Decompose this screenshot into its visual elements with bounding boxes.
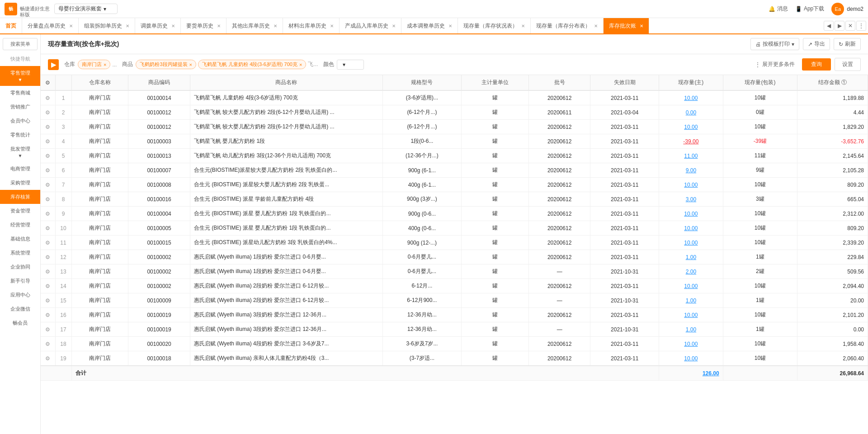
tab-6[interactable]: 材料出库单历史 ✕ [283,18,340,34]
td-settings[interactable]: ⚙ [41,178,55,192]
td-stock-main[interactable]: 3.00 [659,192,723,207]
tab-10[interactable]: 现存量（库存分布表） ✕ [531,18,604,34]
sidebar-item-retail-mgmt[interactable]: 零售管理 ▼ [0,66,40,86]
close-icon[interactable]: ✕ [448,24,452,28]
tab-3[interactable]: 调拨单历史 ✕ [135,18,181,34]
td-settings[interactable]: ⚙ [41,192,55,207]
td-stock-main[interactable]: -39.00 [659,134,723,149]
tab-9[interactable]: 现存量（库存状况表） ✕ [458,18,531,34]
sidebar-item-finance[interactable]: 资金管理 [0,204,40,218]
tab-5[interactable]: 其他出库单历史 ✕ [226,18,283,34]
sidebar-item-apps[interactable]: 应用中心 [0,288,40,302]
filter-toggle-button[interactable]: ▶ [48,59,59,70]
close-icon[interactable]: ✕ [330,24,334,28]
warehouse-tag[interactable]: 南岸门店 × [78,60,110,69]
td-stock-main[interactable]: 10.00 [659,178,723,192]
sidebar-item-retail-mall[interactable]: 零售商城 [0,86,40,100]
nav-menu-arrow[interactable]: ⋮ [856,21,866,31]
sidebar-item-operations[interactable]: 经营管理 [0,218,40,232]
remove-product-tag-1[interactable]: × [299,62,302,67]
td-settings[interactable]: ⚙ [41,90,55,105]
sidebar-item-member[interactable]: 会员中心 [0,114,40,128]
sidebar-item-member2[interactable]: 畅会员 [0,316,40,330]
th-settings[interactable]: ⚙ [41,75,55,90]
td-settings[interactable]: ⚙ [41,163,55,178]
expand-conditions-button[interactable]: ⋮ 展开更多条件 [751,59,798,70]
template-print-button[interactable]: 🖨 按模板打印 ▾ [750,38,799,50]
query-button[interactable]: 查询 [802,58,831,71]
td-stock-main[interactable]: 9.00 [659,163,723,178]
close-icon[interactable]: ✕ [521,24,525,28]
tab-2[interactable]: 组装拆卸单历史 ✕ [79,18,135,34]
td-settings[interactable]: ⚙ [41,264,55,279]
td-settings[interactable]: ⚙ [41,351,55,366]
td-stock-main[interactable]: 10.00 [659,236,723,250]
tab-home[interactable]: 首页 [0,18,22,34]
sidebar-item-inventory[interactable]: 库存核算 [0,190,40,204]
td-stock-main[interactable]: 10.00 [659,279,723,293]
td-stock-main[interactable]: 10.00 [659,308,723,322]
sidebar-item-basics[interactable]: 基础信息 [0,232,40,246]
close-icon[interactable]: ✕ [594,24,598,28]
td-stock-main[interactable]: 10.00 [659,337,723,351]
footer-stock-main[interactable]: 126.00 [659,366,723,381]
td-settings[interactable]: ⚙ [41,337,55,351]
close-icon[interactable]: ✕ [126,24,129,28]
close-icon[interactable]: ✕ [640,24,643,28]
td-stock-main[interactable]: 10.00 [659,90,723,105]
product-tag-1[interactable]: 飞鹤星飞帆 儿童奶粉 4段(3-6岁适用) 700克 × [198,60,306,69]
product-tag-0[interactable]: 飞鹤奶粉3段丙罐提装 × [136,60,196,69]
close-icon[interactable]: ✕ [69,24,73,28]
nav-next-arrow[interactable]: ▶ [835,21,844,31]
sidebar-item-ecom[interactable]: 电商管理 [0,162,40,176]
td-settings[interactable]: ⚙ [41,322,55,337]
td-stock-main[interactable]: 11.00 [659,149,723,163]
td-settings[interactable]: ⚙ [41,120,55,134]
sidebar-item-retail-stats[interactable]: 零售统计 [0,128,40,142]
product-more-dots[interactable]: 飞... [308,61,318,68]
td-stock-main[interactable]: 1.00 [659,322,723,337]
close-icon[interactable]: ✕ [392,24,396,28]
close-icon[interactable]: ✕ [274,24,277,28]
td-settings[interactable]: ⚙ [41,308,55,322]
app-download-button[interactable]: 📱 App下载 [795,5,824,13]
tab-11[interactable]: 库存批次账 ✕ [604,18,649,34]
td-settings[interactable]: ⚙ [41,279,55,293]
sidebar-item-collab[interactable]: 企业协同 [0,260,40,274]
td-settings[interactable]: ⚙ [41,207,55,221]
td-stock-main[interactable]: 10.00 [659,221,723,236]
color-select[interactable]: ▾ [337,60,364,70]
td-stock-main[interactable]: 10.00 [659,351,723,366]
tab-8[interactable]: 成本调整单历史 ✕ [401,18,458,34]
td-settings[interactable]: ⚙ [41,221,55,236]
sidebar-item-wholesale[interactable]: 批发管理 ▼ [0,142,40,162]
close-icon[interactable]: ✕ [217,24,221,28]
sidebar-item-guide[interactable]: 新手引导 [0,274,40,288]
user-area[interactable]: Ea demo2 [831,3,863,15]
export-button[interactable]: ↗ 导出 [803,38,830,50]
nav-close-arrow[interactable]: ✕ [845,21,855,31]
tab-1[interactable]: 分量盘点单历史 ✕ [22,18,79,34]
close-icon[interactable]: ✕ [171,24,175,28]
td-stock-main[interactable]: 2.00 [659,264,723,279]
refresh-button[interactable]: ↻ 刷新 [834,38,861,50]
tab-selector[interactable]: 母婴行业演示账套 ▾ [54,4,118,14]
td-stock-main[interactable]: 0.00 [659,105,723,120]
more-dots[interactable]: ... [112,61,117,68]
td-settings[interactable]: ⚙ [41,105,55,120]
td-settings[interactable]: ⚙ [41,293,55,308]
sidebar-item-wechat[interactable]: 企业微信 [0,302,40,316]
td-settings[interactable]: ⚙ [41,250,55,264]
tab-7[interactable]: 产成品入库单历史 ✕ [340,18,401,34]
td-settings[interactable]: ⚙ [41,149,55,163]
remove-warehouse-tag[interactable]: × [104,62,106,67]
td-settings[interactable]: ⚙ [41,236,55,250]
msg-button[interactable]: 🔔 消息 [769,5,788,13]
sidebar-item-marketing[interactable]: 营销推广 [0,100,40,114]
tab-4[interactable]: 要货单历史 ✕ [181,18,226,34]
td-stock-main[interactable]: 1.00 [659,293,723,308]
td-stock-main[interactable]: 10.00 [659,120,723,134]
td-stock-main[interactable]: 1.00 [659,250,723,264]
sidebar-item-purchase[interactable]: 采购管理 [0,176,40,190]
td-stock-main[interactable]: 10.00 [659,207,723,221]
